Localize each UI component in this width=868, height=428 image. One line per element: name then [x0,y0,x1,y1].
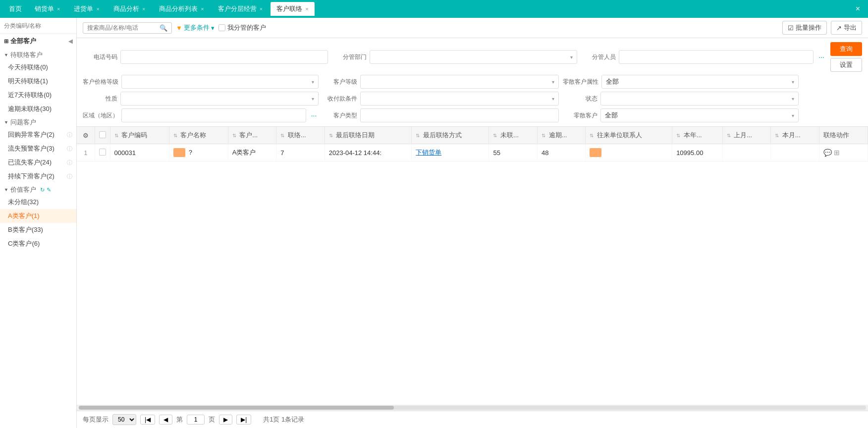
group-label-problem[interactable]: 问题客户 [0,116,76,128]
filter-nature: 性质 ▾ [83,92,319,106]
sidebar-item-churn-warning[interactable]: 流失预警客户(3) ⓘ [0,142,76,156]
sidebar-item-ungrouped[interactable]: 未分组(32) [0,195,76,209]
td-checkbox[interactable] [95,144,110,161]
nav-tab-product-list[interactable]: 商品分析列表 × [153,2,210,16]
status-select[interactable]: ▾ [600,92,799,106]
collapse-icon[interactable]: ◀ [68,38,72,45]
sidebar-item-abnormal[interactable]: 回购异常客户(2) ⓘ [0,128,76,142]
manager-input[interactable] [619,50,814,64]
export-button[interactable]: ↗ 导出 [831,21,862,35]
close-icon[interactable]: × [96,6,99,12]
sort-icon[interactable]: ⇅ [676,133,680,138]
sort-icon[interactable]: ⇅ [590,133,594,138]
horizontal-scrollbar[interactable] [77,405,868,411]
scrollbar-thumb[interactable] [79,406,394,410]
region-ellipsis-button[interactable]: ··· [309,111,319,119]
th-checkbox[interactable] [95,127,110,144]
price-level-select[interactable]: ▾ [121,75,319,89]
nav-tab-customer-contact[interactable]: 客户联络 × [271,2,314,16]
close-icon[interactable]: × [142,6,145,12]
filter-retail-customer: 零散客户 全部 ▾ [563,108,799,122]
nav-tab-purchase[interactable]: 进货单 × [68,2,105,16]
prev-page-button[interactable]: ◀ [159,415,172,425]
table-row: 1 000031 ？ A类客户 7 2023 [77,144,868,161]
sort-icon[interactable]: ⇅ [727,133,731,138]
close-icon[interactable]: × [57,6,60,12]
next-page-button[interactable]: ▶ [219,415,232,425]
phone-input[interactable] [120,50,328,64]
ellipsis-button[interactable]: ··· [816,53,826,61]
sidebar-item-class-a[interactable]: A类客户(1) [0,209,76,223]
sidebar-item-class-c[interactable]: C类客户(6) [0,237,76,251]
info-icon: ⓘ [67,131,72,139]
qr-icon[interactable]: ⊞ [834,149,840,157]
sidebar-item-churned[interactable]: 已流失客户(24) ⓘ [0,156,76,169]
close-icon[interactable]: × [201,6,204,12]
main-search-input[interactable] [87,24,158,31]
message-icon[interactable]: 💬 [823,149,832,157]
batch-operations-button[interactable]: ☑ 批量操作 [782,21,827,35]
dept-select[interactable]: ▾ [370,50,577,64]
info-icon: ⓘ [67,159,72,166]
sort-icon[interactable]: ⇅ [280,133,284,138]
search-icon[interactable]: 🔍 [160,24,167,32]
window-close-button[interactable]: × [852,4,864,13]
retail-customer-select[interactable]: 全部 ▾ [600,108,799,122]
nature-select[interactable]: ▾ [120,92,319,106]
sidebar-item-declining[interactable]: 持续下滑客户(2) ⓘ [0,169,76,183]
filter-price-level: 客户价格等级 ▾ [83,75,319,89]
sidebar-item-today[interactable]: 今天待联络(0) [0,60,76,74]
nav-tab-customer-segment[interactable]: 客户分层经营 × [212,2,269,16]
manager-label: 分管人员 [581,53,616,61]
top-navigation: 首页 销货单 × 进货单 × 商品分析 × 商品分析列表 × 客户分层经营 × … [0,0,868,18]
customer-level-select[interactable]: ▾ [360,75,558,89]
all-customers-header[interactable]: ⊞ 全部客户 ◀ [0,34,76,49]
row-checkbox[interactable] [99,149,106,156]
nav-tab-home[interactable]: 首页 [4,2,27,16]
customer-type-input[interactable] [360,108,558,122]
scrollbar-track[interactable] [79,406,866,410]
query-button[interactable]: 查询 [830,42,862,56]
group-label-pending[interactable]: 待联络客户 [0,49,76,60]
sort-icon[interactable]: ⇅ [493,133,497,138]
th-settings[interactable]: ⚙ [77,127,95,144]
sidebar-item-tomorrow[interactable]: 明天待联络(1) [0,74,76,88]
sidebar-item-overdue[interactable]: 逾期未联络(30) [0,102,76,116]
close-icon[interactable]: × [305,6,308,12]
page-number-input[interactable] [187,415,205,425]
per-page-select[interactable]: 50 [112,414,136,425]
search-input-wrap: 🔍 [83,22,172,34]
td-last-contact-method[interactable]: 下销货单 [412,144,489,161]
sidebar-item-class-b[interactable]: B类客户(33) [0,223,76,237]
nav-tab-product-analysis[interactable]: 商品分析 × [108,2,151,16]
nav-tab-sales[interactable]: 销货单 × [29,2,66,16]
first-page-button[interactable]: |◀ [140,415,155,425]
contact-method-link[interactable]: 下销货单 [416,149,441,156]
sort-icon[interactable]: ⇅ [232,133,236,138]
checkbox-my-customers[interactable] [218,24,225,31]
more-filters-button[interactable]: ▼ 更多条件 ▾ [176,23,215,32]
settings-button[interactable]: 设置 [830,58,862,72]
payment-select[interactable]: ▾ [360,92,558,106]
region-input[interactable] [121,108,306,122]
my-customers-filter[interactable]: 我分管的客户 [218,23,266,32]
gear-icon[interactable]: ⚙ [83,132,89,139]
close-icon[interactable]: × [260,6,263,12]
edit-icon[interactable]: ✎ [47,187,51,193]
refresh-icon[interactable]: ↻ [40,187,45,193]
sort-icon[interactable]: ⇅ [542,133,545,138]
payment-label: 收付款条件 [323,95,357,103]
sort-icon[interactable]: ⇅ [775,133,779,138]
sort-icon[interactable]: ⇅ [329,133,333,138]
sidebar-item-7days[interactable]: 近7天待联络(0) [0,88,76,102]
filter-row-1: 电话号码 分管部门 ▾ 分管人员 ··· 查询 设置 [83,42,862,72]
sort-icon[interactable]: ⇅ [173,133,177,138]
header-checkbox[interactable] [99,131,106,138]
export-icon: ↗ [836,24,842,32]
last-page-button[interactable]: ▶| [236,415,251,425]
group-label-value[interactable]: 价值客户 ↻ ✎ [0,183,76,195]
sidebar-search-input[interactable] [4,22,77,29]
sort-icon[interactable]: ⇅ [416,133,420,138]
retail-attr-select[interactable]: 全部 ▾ [601,75,799,89]
sort-icon[interactable]: ⇅ [114,133,118,138]
